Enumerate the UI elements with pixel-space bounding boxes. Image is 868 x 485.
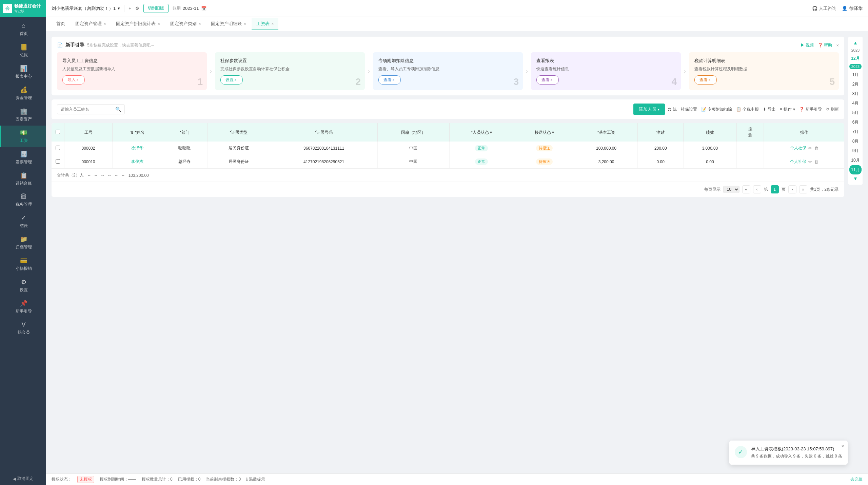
select-all-checkbox[interactable]	[56, 130, 60, 134]
special-deduction-btn[interactable]: 📝 专项附加扣除	[701, 107, 732, 112]
search-icon[interactable]: 🔍	[115, 107, 121, 112]
sidebar-item-tax[interactable]: 🏛 税务管理	[0, 190, 46, 211]
tab-home[interactable]: 首页	[52, 18, 70, 30]
tax-report-btn[interactable]: 📋 个税申报	[736, 107, 759, 112]
row-1-name-link[interactable]: 徐泽华	[131, 146, 143, 150]
tab-home-label: 首页	[56, 21, 65, 27]
tab-close-salary[interactable]: ×	[272, 22, 274, 26]
calendar-up-btn[interactable]: ▲	[852, 39, 859, 47]
calendar-month-1[interactable]: 1月	[849, 70, 862, 79]
row-1-edit-icon[interactable]: ✏	[808, 146, 812, 151]
prev-page-btn[interactable]: ‹	[753, 185, 761, 193]
add-account-btn[interactable]: +	[129, 6, 131, 11]
guide-step-3-btn[interactable]: 查看＞	[378, 75, 401, 85]
sidebar-item-member[interactable]: V 畅会员	[0, 318, 46, 339]
sidebar-item-label: 发票管理	[16, 159, 32, 165]
col-header-status[interactable]: *人员状态 ▾	[449, 123, 514, 142]
calendar-month-6[interactable]: 6月	[849, 117, 862, 127]
row-1-checkbox-cell[interactable]	[52, 142, 64, 155]
first-page-btn[interactable]: «	[742, 185, 750, 193]
sidebar-item-home[interactable]: ⌂ 首页	[0, 19, 46, 40]
calendar-month-3[interactable]: 3月	[849, 89, 862, 98]
row-2-id-num: 412702198206290521	[270, 155, 378, 169]
tab-close-asset-category[interactable]: ×	[199, 22, 201, 26]
col-header-send-status[interactable]: 接送状态 ▾	[514, 123, 575, 142]
search-input[interactable]	[61, 107, 113, 112]
account-settings-btn[interactable]: ⚙	[135, 6, 139, 11]
row-2-delete-icon[interactable]: 🗑	[814, 159, 818, 164]
sidebar-item-guide[interactable]: 📌 新手引导	[0, 296, 46, 318]
sidebar-item-fixed-assets[interactable]: 🏢 固定资产	[0, 104, 46, 126]
calendar-month-5[interactable]: 5月	[849, 108, 862, 117]
row-2-checkbox-cell[interactable]	[52, 155, 64, 169]
tab-fixed-assets[interactable]: 固定资产管理 ×	[71, 18, 111, 30]
row-2-edit-icon[interactable]: ✏	[808, 159, 812, 164]
row-1-social-btn[interactable]: 个人社保	[790, 145, 806, 151]
charge-link[interactable]: 去充值	[850, 477, 863, 482]
row-1-delete-icon[interactable]: 🗑	[814, 146, 818, 151]
tab-asset-category[interactable]: 固定资产类别 ×	[165, 18, 205, 30]
calendar-month-10[interactable]: 10月	[849, 155, 862, 165]
sidebar-item-funds[interactable]: 💰 资金管理	[0, 83, 46, 104]
guide-video-link[interactable]: ▶ 视频	[801, 42, 814, 48]
sidebar-item-invoice[interactable]: 🧾 发票管理	[0, 147, 46, 168]
sidebar-item-sales-ledger[interactable]: 📋 进销台账	[0, 168, 46, 190]
col-header-name[interactable]: ⇅ *姓名	[113, 123, 162, 142]
guide-step-5-btn[interactable]: 查看＞	[694, 75, 717, 85]
calendar-down-btn[interactable]: ▼	[852, 174, 859, 183]
refresh-btn[interactable]: ↻ 刷新	[826, 107, 839, 112]
row-2-name-link[interactable]: 李俊杰	[131, 159, 143, 164]
sidebar-item-ledger[interactable]: 📒 总账	[0, 40, 46, 61]
calendar-month-8[interactable]: 8月	[849, 136, 862, 146]
guide-step-2-btn[interactable]: 设置＞	[220, 75, 243, 85]
switch-version-btn[interactable]: 切到旧版	[143, 4, 169, 13]
guide-close-btn[interactable]: ×	[836, 43, 839, 48]
calendar-month-2[interactable]: 2月	[849, 79, 862, 89]
used-auth-label: 已用授权：0	[178, 477, 201, 482]
next-page-btn[interactable]: ›	[788, 185, 796, 193]
sidebar-item-reports[interactable]: 📊 报表中心	[0, 61, 46, 83]
guide-step-4-btn[interactable]: 查看＞	[536, 75, 559, 85]
row-2-checkbox[interactable]	[56, 159, 60, 164]
calendar-month-11[interactable]: 11月	[849, 165, 862, 174]
tab-close-asset-detail[interactable]: ×	[244, 22, 246, 26]
ai-consult-btn[interactable]: 🎧 人工咨询	[812, 5, 836, 12]
tab-depreciation[interactable]: 固定资产折旧统计表 ×	[111, 18, 164, 30]
tab-salary[interactable]: 工资表 ×	[252, 18, 278, 30]
tab-close-fixed-assets[interactable]: ×	[104, 22, 106, 26]
sidebar-item-settings[interactable]: ⚙ 设置	[0, 275, 46, 296]
calendar-month-4[interactable]: 4月	[849, 98, 862, 108]
sidebar-item-label: 报表中心	[16, 74, 32, 79]
operations-btn[interactable]: ≡ 操作 ▾	[780, 107, 795, 112]
current-page-input[interactable]: 1	[771, 185, 779, 193]
export-btn[interactable]: ⬇ 导出	[763, 107, 776, 112]
calendar-month-9[interactable]: 9月	[849, 146, 862, 155]
row-1-checkbox[interactable]	[56, 146, 60, 150]
last-page-btn[interactable]: »	[799, 185, 807, 193]
calendar-month-12[interactable]: 12月	[849, 54, 862, 63]
add-person-btn[interactable]: 添加人员 ▾	[633, 104, 665, 115]
account-selector[interactable]: 刘小艳演示账套（勿删勿动！）1 ▾	[52, 5, 120, 12]
sidebar-item-closing[interactable]: ✓ 结账	[0, 211, 46, 232]
notif-check-icon: ✓	[735, 446, 747, 458]
page-size-select[interactable]: 10 20 50	[723, 186, 739, 193]
row-1-measure	[736, 142, 764, 155]
tab-asset-detail[interactable]: 固定资产明细账 ×	[206, 18, 251, 30]
user-menu[interactable]: 👤 徐泽华	[842, 5, 863, 12]
social-security-btn[interactable]: ⚖ 统一社保设置	[668, 107, 697, 112]
sidebar-item-expense[interactable]: 💳 小畅报销	[0, 254, 46, 275]
search-box[interactable]: 🔍	[57, 104, 125, 114]
row-2-social-btn[interactable]: 个人社保	[790, 159, 806, 165]
sidebar-item-archive[interactable]: 📁 归档管理	[0, 232, 46, 254]
notif-close-btn[interactable]: ×	[841, 443, 844, 449]
guide-step-1-btn[interactable]: 导入＞	[62, 75, 85, 85]
sidebar-item-salary[interactable]: 💵 工资	[0, 126, 46, 147]
sidebar-item-label: 税务管理	[16, 202, 32, 207]
calendar-month-7[interactable]: 7月	[849, 127, 862, 136]
tab-close-depreciation[interactable]: ×	[158, 22, 160, 26]
cancel-fixed-btn[interactable]: ◀ 取消固定	[0, 472, 46, 485]
period-selector[interactable]: 账期 2023-11 📅	[173, 5, 206, 11]
select-all-cell[interactable]	[52, 123, 64, 142]
guide-btn[interactable]: ❓ 新手引导	[799, 107, 822, 112]
guide-help-link[interactable]: ❓ 帮助	[818, 42, 832, 48]
